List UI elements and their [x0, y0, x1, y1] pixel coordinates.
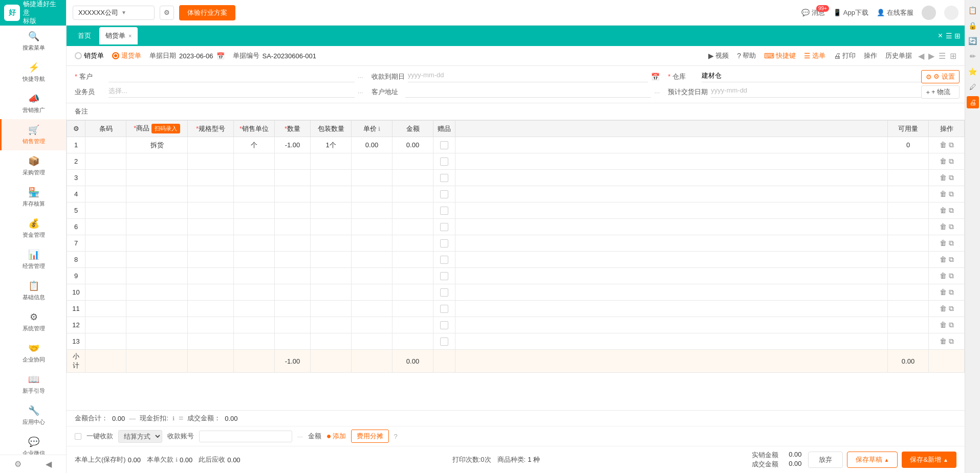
row-gift[interactable] — [433, 170, 455, 186]
row-pkgqty[interactable] — [311, 219, 352, 235]
rt-print-btn[interactable]: 🖨 — [967, 96, 979, 108]
row-goods[interactable] — [126, 219, 188, 235]
row-price[interactable] — [352, 235, 393, 252]
sidebar-item-collab[interactable]: 🤝 企业协同 — [0, 337, 66, 369]
row-gift[interactable] — [433, 252, 455, 268]
sidebar-item-operations[interactable]: 📊 经营管理 — [0, 244, 66, 275]
delete-icon[interactable]: 🗑 — [940, 141, 947, 149]
row-unit[interactable] — [234, 252, 275, 268]
payment-due-calendar-icon[interactable]: 📅 — [651, 73, 660, 81]
doc-date-value[interactable]: 2023-06-06 — [179, 52, 213, 60]
app-download-button[interactable]: 📱 App下载 — [833, 8, 868, 17]
one-click-pay-checkbox[interactable] — [75, 433, 81, 440]
row-barcode[interactable] — [85, 333, 126, 350]
row-pkgqty[interactable]: 1个 — [311, 137, 352, 153]
row-unit[interactable] — [234, 235, 275, 252]
row-price[interactable] — [352, 284, 393, 301]
row-unit[interactable] — [234, 301, 275, 317]
row-spec[interactable] — [188, 252, 234, 268]
history-button[interactable]: 历史单据 — [883, 50, 914, 61]
row-qty[interactable] — [275, 153, 311, 170]
row-goods[interactable] — [126, 252, 188, 268]
logistics-button[interactable]: + + 物流 — [921, 85, 960, 99]
row-gift[interactable] — [433, 137, 455, 153]
row-amount[interactable] — [393, 333, 433, 350]
payment-due-input[interactable]: yyyy-mm-dd — [408, 71, 648, 82]
row-qty[interactable]: -1.00 — [275, 137, 311, 153]
sidebar-item-marketing[interactable]: 📣 营销推广 — [0, 88, 66, 119]
row-pkgqty[interactable] — [311, 170, 352, 186]
row-price[interactable] — [352, 219, 393, 235]
row-pkgqty[interactable] — [311, 202, 352, 219]
row-goods[interactable] — [126, 235, 188, 252]
copy-icon[interactable]: ⧉ — [949, 173, 954, 182]
row-price[interactable] — [352, 301, 393, 317]
row-spec[interactable] — [188, 202, 234, 219]
row-pkgqty[interactable] — [311, 235, 352, 252]
deficit-info-icon[interactable]: ℹ — [176, 457, 178, 463]
row-goods[interactable] — [126, 333, 188, 350]
save-new-button[interactable]: 保存&新增 ▲ — [902, 452, 956, 468]
abandon-button[interactable]: 放弃 — [808, 452, 843, 468]
customer-addr-input[interactable] — [405, 86, 651, 98]
row-barcode[interactable] — [85, 153, 126, 170]
row-spec[interactable] — [188, 186, 234, 202]
row-price[interactable]: 0.00 — [352, 137, 393, 153]
row-gift[interactable] — [433, 186, 455, 202]
copy-icon[interactable]: ⧉ — [949, 321, 954, 329]
grid-view-icon[interactable]: ⊞ — [950, 51, 956, 61]
cash-discount-info-icon[interactable]: ℹ — [172, 415, 175, 422]
copy-icon[interactable]: ⧉ — [949, 222, 954, 231]
row-gift[interactable] — [433, 268, 455, 284]
help-button[interactable]: ? 帮助 — [735, 50, 758, 61]
row-unit[interactable] — [234, 186, 275, 202]
row-spec[interactable] — [188, 170, 234, 186]
sidebar-item-search[interactable]: 🔍 搜索菜单 — [0, 26, 66, 57]
row-qty[interactable] — [275, 268, 311, 284]
row-goods[interactable]: 拆货 — [126, 137, 188, 153]
add-button[interactable]: ● 添加 — [326, 432, 346, 441]
view-list-icon[interactable]: ☰ — [946, 32, 952, 40]
row-barcode[interactable] — [85, 317, 126, 333]
row-amount[interactable] — [393, 284, 433, 301]
row-barcode[interactable] — [85, 170, 126, 186]
video-button[interactable]: ▶ 视频 — [706, 50, 731, 61]
customer-addr-more-icon[interactable]: ··· — [654, 88, 660, 96]
row-unit[interactable]: 个 — [234, 137, 275, 153]
row-qty[interactable] — [275, 317, 311, 333]
delete-icon[interactable]: 🗑 — [940, 304, 947, 313]
row-amount[interactable] — [393, 301, 433, 317]
row-pkgqty[interactable] — [311, 333, 352, 350]
delete-icon[interactable]: 🗑 — [940, 337, 947, 346]
row-goods[interactable] — [126, 170, 188, 186]
user-avatar-2[interactable] — [944, 6, 959, 20]
row-price[interactable] — [352, 333, 393, 350]
row-barcode[interactable] — [85, 202, 126, 219]
row-price[interactable] — [352, 202, 393, 219]
row-goods[interactable] — [126, 186, 188, 202]
row-amount[interactable]: 0.00 — [393, 137, 433, 153]
row-amount[interactable] — [393, 170, 433, 186]
select-button[interactable]: ☰ 选单 — [802, 50, 827, 61]
row-pkgqty[interactable] — [311, 268, 352, 284]
row-unit[interactable] — [234, 219, 275, 235]
row-price[interactable] — [352, 252, 393, 268]
row-goods[interactable] — [126, 153, 188, 170]
copy-icon[interactable]: ⧉ — [949, 239, 954, 247]
row-unit[interactable] — [234, 284, 275, 301]
rt-notes-btn[interactable]: 📋 — [967, 4, 979, 16]
row-spec[interactable] — [188, 235, 234, 252]
radio-return-order[interactable]: 退货单 — [112, 51, 141, 60]
copy-icon[interactable]: ⧉ — [949, 206, 954, 215]
row-unit[interactable] — [234, 268, 275, 284]
sidebar-item-finance[interactable]: 💰 资金管理 — [0, 213, 66, 244]
message-button[interactable]: 💬 消息 99+ — [801, 8, 825, 17]
tab-sales-order[interactable]: 销货单 × — [99, 27, 138, 44]
remark-input[interactable] — [108, 106, 956, 117]
sidebar-item-guide[interactable]: 📖 新手引导 — [0, 369, 66, 400]
salesperson-more-icon[interactable]: ··· — [358, 88, 363, 96]
row-qty[interactable] — [275, 252, 311, 268]
sidebar-item-quick-nav[interactable]: ⚡ 快捷导航 — [0, 57, 66, 88]
row-spec[interactable] — [188, 219, 234, 235]
copy-icon[interactable]: ⧉ — [949, 190, 954, 198]
